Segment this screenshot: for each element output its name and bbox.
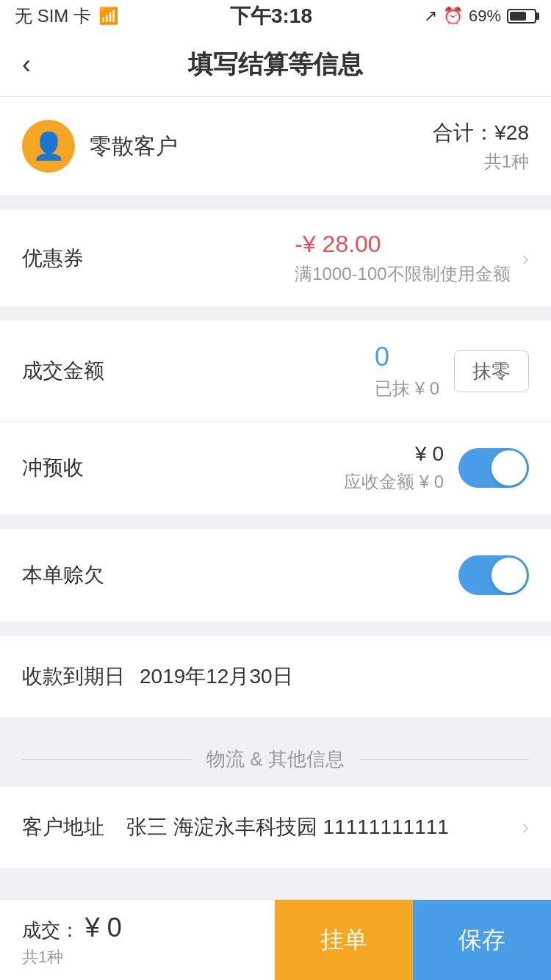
coupon-chevron-icon: › [522,247,529,270]
amount-group: 0 已抹 ¥ 0 [375,342,439,400]
location-icon: ↗ [424,7,437,26]
status-right: ↗ ⏰ 69% [424,7,536,26]
transaction-sub: 已抹 ¥ 0 [375,377,439,400]
duedate-row: 收款到期日 2019年12月30日 [0,636,551,717]
status-time: 下午3:18 [230,2,312,30]
transaction-label: 成交金额 [22,357,104,385]
address-chevron-icon: › [522,815,529,839]
toggle-knob [491,450,527,486]
coupon-sub: 满1000-100不限制使用金额 [295,262,510,286]
address-value: 张三 海淀永丰科技园 11111111111 [126,813,522,841]
advance-right: ¥ 0 应收金额 ¥ 0 [344,442,529,494]
duedate-value: 2019年12月30日 [140,663,293,691]
coupon-label: 优惠券 [22,245,84,273]
status-left: 无 SIM 卡 📶 [15,4,118,28]
page-title: 填写结算等信息 [188,48,363,82]
customer-row: 👤 零散客户 合计：¥28 共1种 [0,97,551,195]
customer-left: 👤 零散客户 [22,120,178,173]
advance-value: ¥ 0 [344,442,444,466]
page-content: 👤 零散客户 合计：¥28 共1种 优惠券 -¥ 28.00 满1000-100… [0,97,551,980]
alarm-icon: ⏰ [443,7,463,26]
carrier-text: 无 SIM 卡 [15,4,91,28]
customer-name: 零散客户 [90,131,178,162]
logistics-divider-right [359,759,529,760]
logistics-header-section: 物流 & 其他信息 [0,732,551,787]
advance-label: 冲预收 [22,454,84,482]
transaction-section: 成交金额 0 已抹 ¥ 0 抹零 冲预收 ¥ 0 应收金额 ¥ 0 [0,321,551,514]
customer-right: 合计：¥28 共1种 [433,119,529,173]
address-label: 客户地址 [22,813,104,841]
save-button[interactable]: 保存 [413,900,551,981]
customer-total: 合计：¥28 [433,119,529,147]
bottom-deal-row: 成交： ¥ 0 [22,912,253,943]
battery-percent: 69% [469,7,501,26]
coupon-right: -¥ 28.00 满1000-100不限制使用金额 › [295,231,529,286]
transaction-amount[interactable]: 0 [375,342,389,372]
logistics-header-line: 物流 & 其他信息 [22,746,529,772]
duedate-label: 收款到期日 [22,663,125,691]
back-button[interactable]: ‹ [22,49,31,80]
debt-label: 本单赊欠 [22,561,104,589]
advance-sub: 应收金额 ¥ 0 [344,470,444,494]
bottom-info: 成交： ¥ 0 共1种 [0,912,275,968]
logistics-header-text: 物流 & 其他信息 [206,746,345,772]
bottom-count: 共1种 [22,946,253,968]
nav-bar: ‹ 填写结算等信息 [0,32,551,97]
battery-icon [507,9,536,24]
round-button[interactable]: 抹零 [454,350,529,392]
transaction-row: 成交金额 0 已抹 ¥ 0 抹零 [0,321,551,421]
bottom-deal-label: 成交： [22,919,79,941]
customer-section: 👤 零散客户 合计：¥28 共1种 [0,97,551,195]
address-section: 客户地址 张三 海淀永丰科技园 11111111111 › [0,787,551,868]
logistics-divider-left [22,759,192,760]
status-bar: 无 SIM 卡 📶 下午3:18 ↗ ⏰ 69% [0,0,551,32]
debt-toggle-knob [491,558,527,593]
wifi-icon: 📶 [98,7,118,26]
customer-avatar: 👤 [22,120,75,173]
advance-toggle[interactable] [458,448,529,488]
duedate-section: 收款到期日 2019年12月30日 [0,636,551,717]
advance-values: ¥ 0 应收金额 ¥ 0 [344,442,444,494]
bottom-deal-value: ¥ 0 [85,912,122,943]
advance-row: 冲预收 ¥ 0 应收金额 ¥ 0 [0,421,551,514]
coupon-row[interactable]: 优惠券 -¥ 28.00 满1000-100不限制使用金额 › [0,210,551,306]
coupon-value-group: -¥ 28.00 满1000-100不限制使用金额 [295,231,510,286]
debt-toggle[interactable] [458,555,529,595]
address-row[interactable]: 客户地址 张三 海淀永丰科技园 11111111111 › [0,787,551,868]
avatar-icon: 👤 [32,131,65,162]
amount-right: 0 已抹 ¥ 0 抹零 [375,342,529,400]
coupon-value: -¥ 28.00 [295,231,510,258]
customer-count: 共1种 [433,150,529,173]
debt-row: 本单赊欠 [0,529,551,621]
debt-section: 本单赊欠 [0,529,551,621]
bottom-bar: 成交： ¥ 0 共1种 挂单 保存 [0,899,551,980]
coupon-section: 优惠券 -¥ 28.00 满1000-100不限制使用金额 › [0,210,551,306]
hang-button[interactable]: 挂单 [275,900,413,981]
